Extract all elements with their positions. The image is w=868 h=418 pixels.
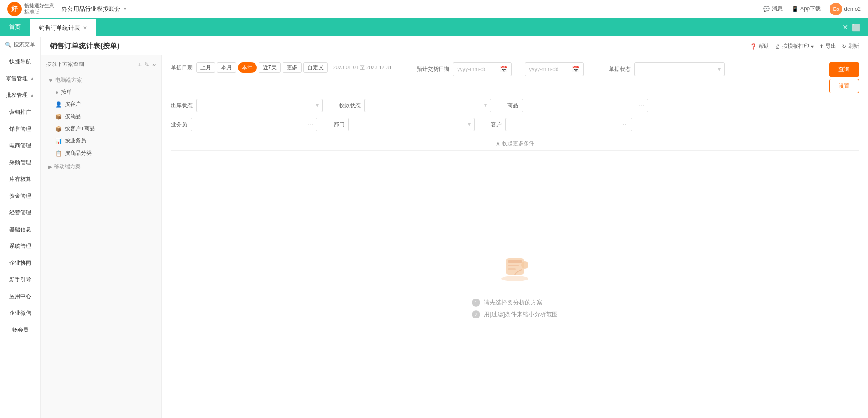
by-cp-icon: 📦 — [55, 126, 62, 132]
sidebar-item-quick-nav[interactable]: 快捷导航 — [0, 53, 40, 70]
goods-select[interactable]: ··· — [522, 99, 648, 112]
date-label: 单据日期 — [171, 64, 193, 71]
app-download-button[interactable]: 📱 App下载 — [792, 5, 821, 13]
empty-svg — [492, 245, 538, 290]
payment-status-label: 收款状态 — [339, 102, 361, 109]
page-title: 销售订单统计表(按单) — [50, 42, 120, 51]
scheme-by-order[interactable]: ● 按单 — [52, 86, 158, 98]
expected-date-group: 预计交货日期 yyyy-mm-dd 📅 — yyyy-mm-dd 📅 — [417, 62, 584, 76]
collapse-panel-icon[interactable]: « — [152, 61, 156, 68]
calendar-to-icon: 📅 — [572, 66, 580, 73]
date-more[interactable]: 更多 — [283, 62, 302, 73]
customer-select[interactable]: ··· — [505, 118, 632, 131]
top-bar-right: 💬 消息 📱 App下载 Ea demo2 — [763, 3, 861, 15]
salesperson-select[interactable]: ··· — [191, 118, 317, 131]
scheme-by-product[interactable]: 📦 按商品 — [52, 110, 158, 123]
goods-more-icon[interactable]: ··· — [639, 102, 644, 109]
empty-illustration — [492, 245, 538, 291]
salesperson-group: 业务员 ··· — [171, 118, 317, 131]
scheme-by-customer[interactable]: 👤 按客户 — [52, 98, 158, 110]
date-this-year[interactable]: 本年 — [238, 62, 257, 73]
calendar-from-icon: 📅 — [500, 66, 508, 73]
sidebar-item-retail[interactable]: 零售管理 ▲ — [0, 70, 40, 87]
scheme-by-customer-product[interactable]: 📦 按客户+商品 — [52, 123, 158, 135]
print-dropdown-icon: ▾ — [811, 43, 814, 50]
tab-home[interactable]: 首页 — [0, 18, 30, 36]
sidebar-item-sales[interactable]: 销售管理 — [0, 121, 40, 138]
scheme-by-salesperson[interactable]: 📊 按业务员 — [52, 135, 158, 147]
customer-more-icon[interactable]: ··· — [623, 121, 628, 128]
tab-close-icon[interactable]: ✕ — [83, 25, 87, 31]
main-layout: 🔍 搜索菜单 快捷导航 零售管理 ▲ 批发管理 ▲ 营销推广 销售管理 电商管理… — [0, 36, 868, 418]
payment-status-dropdown-icon: ▾ — [484, 102, 487, 109]
date-this-month[interactable]: 本月 — [217, 62, 236, 73]
export-button[interactable]: ⬆ 导出 — [819, 43, 836, 50]
tab-sales-order-stat[interactable]: 销售订单统计表 ✕ — [30, 19, 96, 37]
sidebar-item-inventory[interactable]: 库存核算 — [0, 171, 40, 188]
logo-text: 畅捷通好生意 标准版 — [24, 3, 54, 14]
tab-restore-window[interactable]: ⬜ — [852, 23, 861, 32]
customer-label: 客户 — [491, 121, 502, 128]
ship-status-group: 出库状态 ▾ — [171, 99, 323, 112]
sidebar-search[interactable]: 🔍 搜索菜单 — [0, 36, 40, 53]
order-status-group: 单据状态 ▾ — [609, 62, 725, 76]
goods-label: 商品 — [507, 102, 518, 109]
mobile-section-label[interactable]: ▶ 移动端方案 — [44, 159, 158, 172]
message-button[interactable]: 💬 消息 — [763, 5, 783, 13]
pc-section-arrow: ▼ — [48, 77, 53, 84]
avatar: Ea — [830, 3, 842, 15]
left-panel-header: 按以下方案查询 + ✎ « — [44, 61, 158, 68]
ship-status-select[interactable]: ▾ — [196, 99, 323, 112]
refresh-button[interactable]: ↻ 刷新 — [842, 43, 859, 50]
sidebar-section: 零售管理 ▲ 批发管理 ▲ — [0, 70, 40, 104]
date-last-month[interactable]: 上月 — [196, 62, 215, 73]
sidebar-item-member[interactable]: 畅会员 — [0, 322, 40, 338]
sidebar-item-wholesale[interactable]: 批发管理 ▲ — [0, 87, 40, 104]
page-actions: ❓ 帮助 🖨 按模板打印 ▾ ⬆ 导出 ↻ 刷新 — [750, 43, 859, 50]
dept-dropdown-icon: ▾ — [468, 121, 471, 128]
dept-select[interactable]: ▾ — [348, 118, 475, 131]
customer-group: 客户 ··· — [491, 118, 632, 131]
date-range-text: 2023-01-01 至 2023-12-31 — [333, 64, 392, 71]
logo-area: 好 畅捷通好生意 标准版 — [7, 2, 54, 16]
expected-date-to[interactable]: yyyy-mm-dd 📅 — [525, 62, 584, 76]
edit-scheme-icon[interactable]: ✎ — [144, 61, 150, 68]
sidebar-item-system[interactable]: 系统管理 — [0, 238, 40, 255]
tab-bar: 首页 销售订单统计表 ✕ ✕ ⬜ — [0, 18, 868, 36]
tab-close-window[interactable]: ✕ — [842, 23, 848, 32]
collapse-button[interactable]: ∧ 收起更多条件 — [496, 140, 534, 147]
app-title-dropdown[interactable]: ▾ — [124, 6, 126, 11]
search-icon: 🔍 — [5, 42, 12, 48]
help-button[interactable]: ❓ 帮助 — [750, 43, 769, 50]
pc-section-label[interactable]: ▼ 电脑端方案 — [44, 73, 158, 86]
sidebar-item-finance[interactable]: 资金管理 — [0, 188, 40, 204]
refresh-icon: ↻ — [842, 43, 846, 50]
settings-button[interactable]: 设置 — [829, 79, 859, 93]
action-buttons: 查询 设置 — [829, 62, 859, 93]
scheme-by-category[interactable]: 📋 按商品分类 — [52, 147, 158, 159]
sidebar-item-marketing[interactable]: 营销推广 — [0, 104, 40, 121]
sidebar-item-collab[interactable]: 企业协同 — [0, 255, 40, 271]
sidebar-item-purchase[interactable]: 采购管理 — [0, 154, 40, 171]
template-print-button[interactable]: 🖨 按模板打印 ▾ — [775, 43, 814, 50]
sidebar-item-ecommerce[interactable]: 电商管理 — [0, 138, 40, 154]
payment-status-select[interactable]: ▾ — [364, 99, 491, 112]
date-last-7[interactable]: 近7天 — [259, 62, 281, 73]
user-menu[interactable]: Ea demo2 — [830, 3, 861, 15]
add-scheme-icon[interactable]: + — [138, 61, 142, 68]
sidebar-item-basic[interactable]: 基础信息 — [0, 221, 40, 238]
top-bar: 好 畅捷通好生意 标准版 办公用品行业模拟账套 ▾ 💬 消息 📱 App下载 E… — [0, 0, 868, 18]
sidebar-item-operations[interactable]: 经营管理 — [0, 204, 40, 221]
by-customer-icon: 👤 — [55, 101, 62, 108]
salesperson-more-icon[interactable]: ··· — [308, 121, 313, 128]
sidebar-item-weixin[interactable]: 企业微信 — [0, 305, 40, 322]
empty-state: 1 请先选择要分析的方案 2 用[过滤]条件来缩小分析范围 — [171, 152, 859, 411]
order-status-select[interactable]: ▾ — [634, 62, 725, 76]
sidebar-item-newbie[interactable]: 新手引导 — [0, 271, 40, 288]
sidebar-item-appcenter[interactable]: 应用中心 — [0, 288, 40, 305]
query-button[interactable]: 查询 — [829, 62, 859, 77]
salesperson-label: 业务员 — [171, 121, 187, 128]
expected-date-from[interactable]: yyyy-mm-dd 📅 — [453, 62, 512, 76]
date-custom[interactable]: 自定义 — [303, 62, 328, 73]
page-header: 销售订单统计表(按单) ❓ 帮助 🖨 按模板打印 ▾ ⬆ 导出 ↻ 刷新 — [41, 36, 868, 55]
